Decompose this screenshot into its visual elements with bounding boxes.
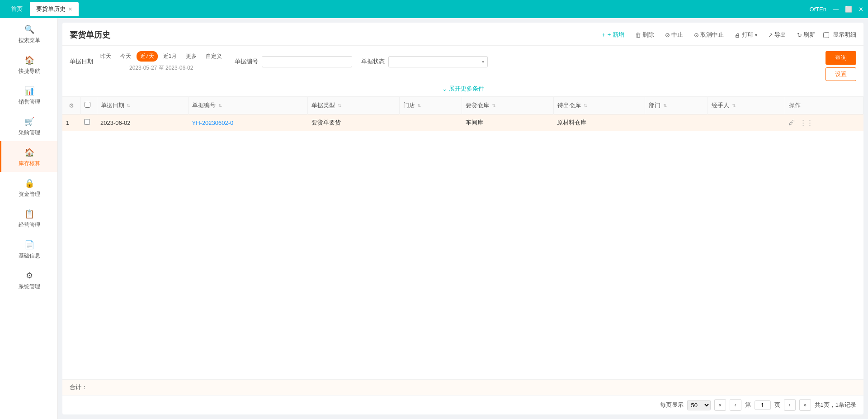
pending-warehouse-label: 待出仓库	[557, 102, 581, 109]
sidebar-item-label: 经营管理	[19, 221, 40, 229]
sys-mgmt-icon: ⚙	[26, 271, 33, 281]
date-range-text: 2023-05-27 至 2023-06-02	[129, 64, 193, 72]
setting-button[interactable]: 设置	[826, 67, 856, 81]
pending-warehouse-sort-icon[interactable]: ⇅	[584, 103, 587, 108]
row-operation: 🖊 ⋮⋮	[785, 114, 863, 131]
row-doc-no-link[interactable]: YH-20230602-0	[192, 119, 234, 126]
store-sort-icon[interactable]: ⇅	[417, 103, 421, 108]
sidebar-item-label: 资金管理	[19, 190, 40, 198]
cancel-suspend-button[interactable]: ⊙ 取消中止	[691, 29, 726, 41]
date-btn-1month[interactable]: 近1月	[160, 51, 181, 62]
doc-no-input[interactable]	[262, 56, 352, 67]
date-btn-today[interactable]: 今天	[117, 51, 135, 62]
print-button[interactable]: 🖨 打印 ▾	[732, 29, 760, 41]
doc-type-sort-icon[interactable]: ⇅	[338, 103, 341, 108]
suspend-label: 中止	[671, 31, 683, 39]
suspend-icon: ⊘	[665, 32, 670, 38]
date-btn-custom[interactable]: 自定义	[202, 51, 226, 62]
query-button[interactable]: 查询	[826, 51, 856, 65]
tab-close-icon[interactable]: ✕	[68, 6, 72, 12]
tab-home-label: 首页	[11, 5, 23, 13]
row-store	[399, 114, 462, 131]
top-bar-right: OfTEn — ⬜ ✕	[809, 6, 863, 13]
sidebar-item-basic-info[interactable]: 📄 基础信息	[0, 233, 57, 264]
next-page-btn[interactable]: ›	[784, 399, 796, 411]
action-buttons: 查询 设置	[826, 51, 856, 81]
doc-no-label: 单据编号	[235, 57, 258, 66]
sidebar-item-label: 基础信息	[19, 252, 40, 260]
sidebar-item-sales-mgmt[interactable]: 📊 销售管理	[0, 80, 57, 110]
page-number-input[interactable]	[755, 400, 771, 410]
display-detail-checkbox[interactable]: 显示明细	[823, 31, 856, 39]
minimize-icon[interactable]: —	[833, 6, 839, 13]
sidebar-item-sys-mgmt[interactable]: ⚙ 系统管理	[0, 264, 57, 295]
per-page-select[interactable]: 50 100 200	[687, 400, 711, 410]
expand-more-btn[interactable]: ⌄ 展开更多条件	[70, 85, 856, 93]
row-doc-no: YH-20230602-0	[189, 114, 308, 131]
close-window-icon[interactable]: ✕	[859, 6, 863, 13]
export-icon: ↗	[768, 32, 773, 38]
row-checkbox[interactable]	[84, 119, 90, 125]
checkbox-col-header	[80, 97, 97, 114]
content-area: 要货单历史 ＋ + 新增 🗑 删除 ⊘ 中止 ⊙	[58, 18, 868, 419]
refresh-button[interactable]: ↻ 刷新	[794, 29, 818, 41]
delete-button[interactable]: 🗑 删除	[632, 29, 657, 41]
sidebar: 🔍 搜索菜单 🏠 快捷导航 📊 销售管理 🛒 采购管理 🏠 库存核算 🔒 资金管…	[0, 18, 58, 419]
sidebar-item-finance-mgmt[interactable]: 🔒 资金管理	[0, 172, 57, 203]
row-settings-cell: 1	[62, 114, 80, 131]
date-btn-yesterday[interactable]: 昨天	[97, 51, 115, 62]
filter-area: 单据日期 昨天 今天 近7天 近1月 更多 自定义 2	[62, 46, 863, 97]
row-pending-warehouse: 原材料仓库	[553, 114, 645, 131]
sidebar-item-purchase-mgmt[interactable]: 🛒 采购管理	[0, 110, 57, 141]
row-doc-date: 2023-06-02	[97, 114, 189, 131]
doc-no-col-header: 单据编号 ⇅	[189, 97, 308, 114]
tab-bar: 首页 要货单历史 ✕	[5, 0, 79, 18]
tab-requisition-history[interactable]: 要货单历史 ✕	[30, 2, 79, 16]
sidebar-item-quick-nav[interactable]: 🏠 快捷导航	[0, 49, 57, 80]
sales-icon: 📊	[24, 86, 34, 96]
department-sort-icon[interactable]: ⇅	[663, 103, 667, 108]
refresh-icon: ↻	[797, 32, 802, 38]
table-row[interactable]: 1 2023-06-02 YH-20230602-0	[62, 114, 863, 131]
filter-main-row: 单据日期 昨天 今天 近7天 近1月 更多 自定义 2	[70, 51, 856, 81]
suspend-button[interactable]: ⊘ 中止	[662, 29, 686, 41]
req-warehouse-sort-icon[interactable]: ⇅	[492, 103, 495, 108]
export-button[interactable]: ↗ 导出	[765, 29, 789, 41]
export-label: 导出	[774, 31, 786, 39]
cancel-suspend-icon: ⊙	[694, 32, 699, 38]
sidebar-item-ops-mgmt[interactable]: 📋 经营管理	[0, 203, 57, 233]
row-more-icon[interactable]: ⋮⋮	[800, 119, 813, 126]
display-detail-check[interactable]	[823, 32, 829, 38]
doc-no-filter-item: 单据编号	[235, 56, 352, 67]
page-header: 要货单历史 ＋ + 新增 🗑 删除 ⊘ 中止 ⊙	[62, 23, 863, 46]
settings-icon[interactable]: ⚙	[69, 102, 74, 109]
doc-date-sort-icon[interactable]: ⇅	[127, 103, 130, 108]
department-col-header: 部门 ⇅	[645, 97, 708, 114]
page-container: 要货单历史 ＋ + 新增 🗑 删除 ⊘ 中止 ⊙	[62, 23, 863, 414]
doc-status-select[interactable]	[388, 56, 488, 67]
select-all-checkbox[interactable]	[85, 102, 90, 108]
handler-sort-icon[interactable]: ⇅	[732, 103, 736, 108]
tab-home[interactable]: 首页	[5, 2, 29, 16]
doc-type-label: 单据类型	[311, 102, 335, 109]
date-btn-7days[interactable]: 近7天	[137, 51, 158, 62]
row-checkbox-cell	[80, 114, 97, 131]
row-handler	[708, 114, 785, 131]
last-page-btn[interactable]: »	[799, 399, 811, 411]
prev-page-btn[interactable]: ‹	[730, 399, 741, 411]
expand-more-icon: ⌄	[442, 86, 447, 92]
date-btn-more[interactable]: 更多	[182, 51, 200, 62]
refresh-label: 刷新	[803, 31, 815, 39]
sidebar-item-inventory[interactable]: 🏠 库存核算	[0, 141, 57, 172]
cancel-suspend-label: 取消中止	[700, 31, 724, 39]
operation-col-header: 操作	[785, 97, 863, 114]
add-button[interactable]: ＋ + 新增	[598, 29, 627, 41]
first-page-btn[interactable]: «	[714, 399, 726, 411]
row-edit-icon[interactable]: 🖊	[788, 119, 795, 126]
doc-no-sort-icon[interactable]: ⇅	[218, 103, 222, 108]
sidebar-item-search-menu[interactable]: 🔍 搜索菜单	[0, 18, 57, 49]
data-table: ⚙ 单据日期 ⇅ 单据编号 ⇅	[62, 97, 863, 131]
maximize-icon[interactable]: ⬜	[845, 6, 852, 13]
table-header: ⚙ 单据日期 ⇅ 单据编号 ⇅	[62, 97, 863, 114]
table-body: 1 2023-06-02 YH-20230602-0	[62, 114, 863, 131]
